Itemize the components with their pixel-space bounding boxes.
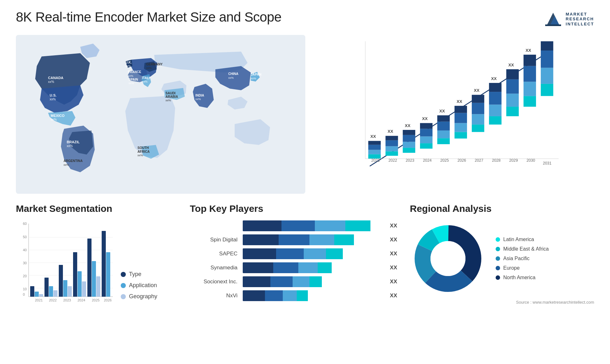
svg-rect-51 (403, 135, 415, 142)
svg-text:xx%: xx% (251, 77, 256, 80)
segmentation-title: Market Segmentation (16, 203, 177, 214)
reg-dot-latin-america (496, 237, 500, 242)
player-bar-5-seg2 (265, 290, 283, 301)
world-map-container: CANADA xx% U.S. xx% MEXICO xx% BRAZIL xx… (16, 35, 305, 194)
svg-rect-58 (420, 123, 432, 129)
reg-legend-latin-america: Latin America (496, 237, 549, 242)
svg-rect-80 (489, 104, 502, 116)
donut-svg (410, 220, 486, 297)
svg-rect-56 (420, 137, 432, 144)
player-value-3: XX (390, 265, 397, 271)
player-bar-1-seg4 (334, 234, 354, 245)
svg-text:2026: 2026 (104, 298, 112, 302)
player-name-spin-digital: Spin Digital (190, 237, 238, 243)
svg-text:BRAZIL: BRAZIL (67, 140, 80, 144)
reg-dot-mea (496, 247, 500, 251)
svg-text:U.S.: U.S. (50, 93, 57, 97)
legend-item-application: Application (121, 282, 157, 289)
svg-text:SOUTH: SOUTH (138, 146, 149, 150)
svg-text:xx%: xx% (64, 163, 69, 166)
player-bar-1-seg3 (309, 234, 335, 245)
svg-text:XX: XX (457, 99, 463, 104)
svg-text:ARABIA: ARABIA (166, 95, 178, 98)
reg-legend-europe: Europe (496, 265, 549, 271)
svg-rect-127 (63, 280, 67, 297)
svg-rect-44 (386, 146, 398, 151)
player-bar-2-seg2 (276, 248, 304, 259)
legend-item-type: Type (121, 271, 157, 278)
svg-rect-40 (369, 141, 381, 145)
player-bar-1-seg2 (279, 234, 309, 245)
svg-rect-45 (386, 140, 398, 146)
brand-line3: INTELLECT (566, 22, 594, 27)
player-value-2: XX (390, 251, 397, 257)
svg-rect-93 (524, 66, 536, 82)
top-section: CANADA xx% U.S. xx% MEXICO xx% BRAZIL xx… (16, 35, 594, 194)
svg-text:10: 10 (23, 287, 27, 291)
player-bar-2 (243, 248, 382, 259)
players-section: Top Key Players XX (190, 203, 397, 301)
player-bar-5 (243, 290, 382, 301)
svg-text:FRANCE: FRANCE (128, 70, 141, 74)
svg-text:SAUDI: SAUDI (166, 91, 176, 95)
svg-rect-118 (30, 286, 34, 297)
player-bar-seg1 (243, 220, 282, 231)
svg-text:2022: 2022 (49, 298, 57, 302)
source-text: Source : www.marketresearchintellect.com (410, 300, 594, 305)
svg-rect-131 (78, 271, 82, 297)
reg-dot-asia-pacific (496, 256, 500, 261)
svg-rect-38 (369, 150, 381, 154)
player-name-nxvi: NxVi (190, 293, 238, 299)
svg-text:INDIA: INDIA (195, 94, 204, 97)
legend-label-geography: Geography (129, 293, 157, 300)
player-bar-container-3 (243, 262, 382, 273)
svg-text:xx%: xx% (50, 98, 56, 101)
reg-label-north-america: North America (503, 275, 535, 280)
regional-content: Latin America Middle East & Africa Asia … (410, 220, 594, 297)
player-bar-4-seg2 (270, 276, 293, 287)
svg-text:0: 0 (23, 293, 25, 296)
regional-title: Regional Analysis (410, 203, 594, 214)
player-bar-3-seg3 (298, 262, 318, 273)
reg-label-europe: Europe (503, 265, 520, 271)
svg-rect-87 (506, 79, 519, 94)
svg-rect-130 (73, 252, 77, 297)
reg-dot-europe (496, 266, 500, 270)
svg-text:XX: XX (491, 76, 497, 81)
player-bar-4-seg3 (293, 276, 309, 287)
player-bar-0 (243, 220, 382, 231)
svg-text:CANADA: CANADA (48, 76, 63, 80)
svg-text:XX: XX (474, 88, 480, 93)
svg-text:XX: XX (526, 48, 532, 53)
svg-text:XX: XX (508, 63, 514, 67)
svg-text:20: 20 (23, 274, 27, 278)
player-bar-2-seg4 (326, 248, 343, 259)
player-value-5: XX (390, 293, 397, 299)
players-title: Top Key Players (190, 203, 397, 214)
player-row-socionext: Socionext Inc. XX (190, 276, 397, 287)
player-bar-container-1 (243, 234, 382, 245)
player-bar-2-seg1 (243, 248, 276, 259)
reg-legend-asia-pacific: Asia Pacific (496, 256, 549, 261)
svg-text:AFRICA: AFRICA (138, 150, 150, 153)
legend-item-geography: Geography (121, 293, 157, 300)
player-value-1: XX (390, 237, 397, 243)
player-bar-seg4 (345, 220, 370, 231)
svg-text:30: 30 (23, 261, 27, 265)
player-bar-3 (243, 262, 382, 273)
svg-rect-139 (106, 252, 110, 297)
player-row-0: XX (190, 220, 397, 231)
svg-rect-64 (437, 115, 450, 122)
segmentation-section: Market Segmentation 60 50 40 30 20 10 0 (16, 203, 177, 306)
player-bar-5-seg1 (243, 290, 265, 301)
svg-rect-74 (472, 114, 484, 125)
player-bar-container-4 (243, 276, 382, 287)
player-bar-3-seg4 (318, 262, 332, 273)
svg-text:2025: 2025 (92, 298, 99, 302)
svg-rect-2 (545, 24, 561, 26)
svg-rect-91 (524, 96, 536, 107)
header: 8K Real-time Encoder Market Size and Sco… (16, 10, 594, 29)
svg-rect-76 (472, 95, 484, 103)
svg-text:U.K.: U.K. (125, 61, 132, 64)
player-bar-1-seg1 (243, 234, 279, 245)
